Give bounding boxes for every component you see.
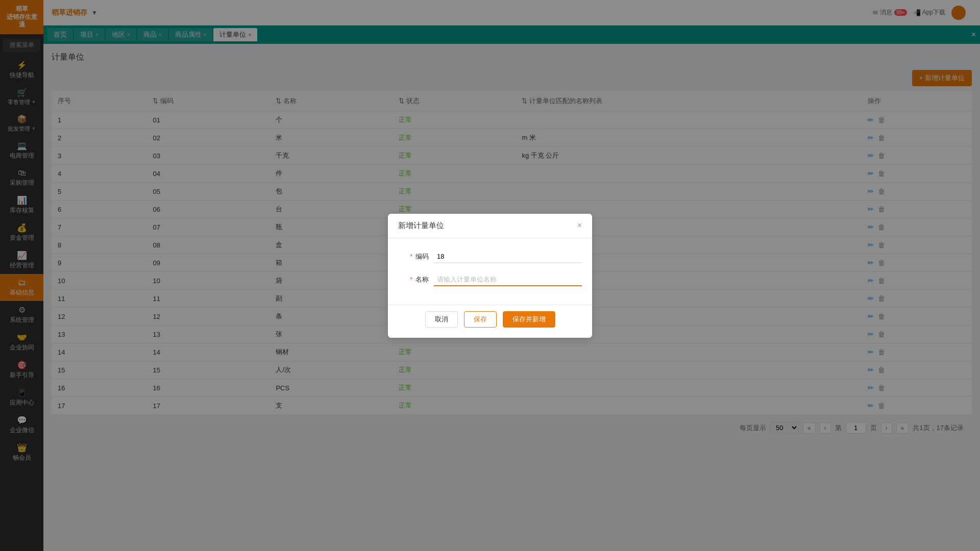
code-field-row: * 编码 (398, 251, 582, 263)
name-label: * 名称 (398, 275, 429, 284)
code-input[interactable] (434, 251, 582, 263)
code-label: * 编码 (398, 252, 429, 261)
modal-body: * 编码 * 名称 (388, 238, 592, 305)
name-input[interactable] (434, 273, 582, 286)
save-add-button[interactable]: 保存并新增 (503, 311, 555, 328)
modal-footer: 取消 保存 保存并新增 (388, 305, 592, 338)
cancel-button[interactable]: 取消 (425, 311, 458, 328)
required-mark: * (410, 276, 412, 283)
modal-overlay[interactable]: 新增计量单位 × * 编码 * 名称 取消 保存 保存并新增 (0, 0, 980, 551)
add-unit-modal: 新增计量单位 × * 编码 * 名称 取消 保存 保存并新增 (388, 214, 592, 338)
name-field-row: * 名称 (398, 273, 582, 286)
modal-header: 新增计量单位 × (388, 214, 592, 238)
modal-title: 新增计量单位 (398, 221, 444, 231)
modal-close-button[interactable]: × (577, 221, 582, 230)
save-button[interactable]: 保存 (464, 311, 497, 328)
required-mark: * (410, 253, 412, 260)
